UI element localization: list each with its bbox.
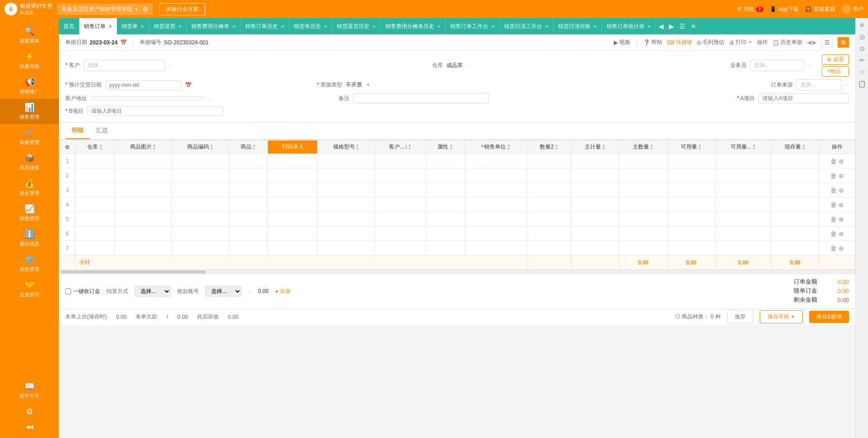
app-download-button[interactable]: 📱 App下载 bbox=[770, 5, 799, 13]
tab-detail[interactable]: 明细 bbox=[65, 123, 90, 139]
customer-input[interactable]: 选择... bbox=[83, 60, 165, 71]
sidebar-item-newguide[interactable]: 📖 新手引导 bbox=[0, 378, 59, 403]
one-click-checkbox[interactable]: 一键收订金 bbox=[65, 288, 100, 295]
tab-menu-button[interactable]: ☰ bbox=[677, 18, 688, 34]
delete-icon[interactable]: 🗑 bbox=[830, 172, 837, 179]
prev-record-button[interactable]: ◀ bbox=[807, 39, 811, 46]
remark-input[interactable] bbox=[353, 93, 489, 103]
add-button[interactable]: ● 添加 bbox=[275, 288, 291, 295]
sidebar-item-operations[interactable]: 📈 经营管理 bbox=[0, 200, 59, 226]
sidebar-collapse-button[interactable]: ◀◀ bbox=[0, 420, 59, 433]
delete-icon[interactable]: 🗑 bbox=[830, 230, 837, 237]
tab-prev-button[interactable]: ◀ bbox=[656, 18, 666, 34]
sort-icon[interactable]: ▲▼ bbox=[802, 144, 805, 151]
delivery-input[interactable] bbox=[105, 80, 181, 90]
close-icon[interactable]: ✕ bbox=[545, 24, 548, 29]
tab-home[interactable]: 首页 bbox=[59, 18, 79, 34]
sort-icon[interactable]: ▲▼ bbox=[602, 144, 606, 151]
sort-icon[interactable]: ▲▼ bbox=[752, 144, 756, 151]
tab-stats[interactable]: 销售订单统计表 ✕ bbox=[602, 18, 656, 34]
tab-return[interactable]: 销货退货 ✕ bbox=[149, 18, 187, 34]
operate-button[interactable]: 操作 bbox=[757, 39, 768, 46]
close-icon[interactable]: ✕ bbox=[372, 24, 376, 29]
tab-summary[interactable]: 汇总 bbox=[90, 123, 114, 139]
b-project-input[interactable] bbox=[87, 106, 223, 116]
panel-btn-4[interactable]: ✏ bbox=[857, 55, 867, 65]
message-button[interactable]: ✉ 消息 9 bbox=[737, 5, 763, 13]
close-icon[interactable]: ✕ bbox=[491, 24, 495, 29]
close-icon[interactable]: ✕ bbox=[281, 24, 284, 29]
tab-sales-slip[interactable]: 销货单 ✕ bbox=[117, 18, 149, 34]
tab-expense-split[interactable]: 销售费用分摊单 ✕ bbox=[187, 18, 241, 34]
sort-icon[interactable]: ▲▼ bbox=[698, 144, 702, 151]
settings-icon[interactable]: ⚙ bbox=[142, 5, 148, 13]
address-input[interactable] bbox=[91, 96, 204, 100]
tab-close-all-button[interactable]: ✕ bbox=[688, 18, 699, 34]
system-title[interactable]: 装备及固定资产辅助管理系统 ▼ ⚙ bbox=[57, 4, 153, 15]
copy-icon[interactable]: ⊕ bbox=[839, 187, 844, 194]
staff-input[interactable]: 选择... bbox=[750, 60, 805, 71]
sort-icon[interactable]: ▲▼ bbox=[356, 144, 359, 151]
copy-icon[interactable]: ⊕ bbox=[839, 172, 844, 179]
sidebar-item-finance[interactable]: 💰 资金管理 bbox=[0, 175, 59, 200]
user-menu-button[interactable]: 用户 bbox=[842, 5, 863, 14]
panel-btn-1[interactable]: ⊞ bbox=[857, 20, 867, 30]
sidebar-item-marketing[interactable]: 📢 营销推广 bbox=[0, 73, 59, 99]
sort-icon[interactable]: ▲▼ bbox=[99, 144, 102, 151]
tab-workbench[interactable]: 销售订单工作台 ✕ bbox=[446, 18, 499, 34]
delete-icon[interactable]: 🗑 bbox=[830, 245, 837, 252]
profit-button[interactable]: ◎ 毛利预估 bbox=[697, 39, 724, 46]
tab-slip-history[interactable]: 销货单历史 ✕ bbox=[289, 18, 332, 34]
staff-more[interactable]: ··· bbox=[808, 63, 812, 68]
sort-icon[interactable]: ▲▼ bbox=[153, 144, 156, 151]
online-service-button[interactable]: 🎧 在线客服 bbox=[805, 5, 835, 13]
sidebar-item-purchase[interactable]: 🛒 采购管理 bbox=[0, 124, 59, 149]
close-icon[interactable]: ✕ bbox=[593, 24, 597, 29]
sidebar-item-inventory[interactable]: 📦 库存核算 bbox=[0, 149, 59, 175]
customer-more[interactable]: ··· bbox=[169, 63, 172, 68]
tab-sales-order[interactable]: 销售订单 ✕ bbox=[79, 18, 117, 34]
tab-daily-clear[interactable]: 钱货日清工作台 ✕ bbox=[499, 18, 553, 34]
delete-icon[interactable]: 🗑 bbox=[830, 187, 837, 194]
copy-icon[interactable]: ⊕ bbox=[839, 201, 844, 208]
info-icon2[interactable]: ℹ bbox=[166, 314, 168, 320]
tab-expense-history[interactable]: 销售费用分摊单历史 ✕ bbox=[381, 18, 446, 34]
tab-next-button[interactable]: ▶ bbox=[666, 18, 677, 34]
account-more[interactable]: ··· bbox=[248, 289, 252, 294]
delivery-calendar-icon[interactable]: 📅 bbox=[185, 82, 192, 88]
next-record-button[interactable]: ▶ bbox=[812, 39, 817, 46]
sort-icon[interactable]: ▲▼ bbox=[650, 144, 654, 151]
tab-reconcile[interactable]: 钱货日清对账 ✕ bbox=[553, 18, 602, 34]
sidebar-item-sales[interactable]: 📊 销售管理 bbox=[0, 99, 59, 124]
panel-btn-3[interactable]: ⊙ bbox=[857, 43, 867, 53]
discard-button[interactable]: 放弃 bbox=[727, 310, 753, 323]
sort-icon[interactable]: ▲▼ bbox=[210, 144, 213, 151]
order-source-more[interactable]: ··· bbox=[845, 82, 849, 87]
horizontal-scrollbar[interactable] bbox=[59, 270, 855, 274]
info-icon[interactable]: ℹ bbox=[405, 144, 407, 150]
sort-icon[interactable]: ▲▼ bbox=[507, 144, 510, 151]
sort-icon[interactable]: ▲▼ bbox=[555, 144, 558, 151]
sort-icon[interactable]: ▲▼ bbox=[449, 144, 453, 151]
help-button[interactable]: ❓ 帮助 bbox=[643, 39, 662, 46]
panel-btn-6[interactable]: 📋 bbox=[857, 79, 867, 89]
invoice-dropdown-arrow[interactable]: ▼ bbox=[366, 82, 370, 87]
print-button[interactable]: 🖨 打印 ▼ bbox=[729, 39, 752, 46]
copy-icon[interactable]: ⊕ bbox=[839, 245, 844, 252]
close-icon[interactable]: ✕ bbox=[324, 24, 327, 29]
sidebar-item-search[interactable]: 🔍 搜索菜单 bbox=[0, 23, 59, 48]
copy-icon[interactable]: ⊕ bbox=[839, 216, 844, 223]
close-icon[interactable]: ✕ bbox=[141, 24, 144, 29]
view-button[interactable]: ▶ 视频 bbox=[614, 39, 630, 46]
close-icon[interactable]: ✕ bbox=[232, 24, 236, 29]
draft-dropdown-arrow[interactable]: ▼ bbox=[790, 314, 795, 319]
address-more[interactable]: ··· bbox=[208, 96, 211, 101]
save-new-button[interactable]: 保存&新增 bbox=[809, 311, 849, 323]
settle-method-select[interactable]: 选择... bbox=[135, 286, 171, 297]
calendar-icon[interactable]: 📅 bbox=[120, 39, 127, 46]
tab-return-history[interactable]: 销货退货历史 ✕ bbox=[332, 18, 381, 34]
sidebar-item-base-info[interactable]: ℹ️ 基础信息 bbox=[0, 226, 59, 251]
delete-icon[interactable]: 🗑 bbox=[830, 158, 837, 165]
sidebar-item-system[interactable]: ⚙️ 系统管理 bbox=[0, 251, 59, 276]
account-select[interactable]: 选择... bbox=[205, 286, 242, 297]
